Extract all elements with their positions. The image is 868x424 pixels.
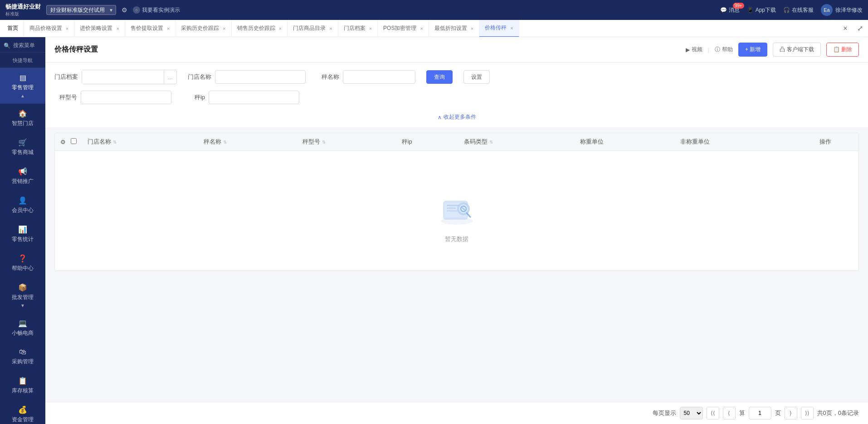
first-page-button[interactable]: ⟨⟨ [707,407,719,419]
store-name-input[interactable] [215,70,306,84]
marketing-icon: 📢 [18,167,27,176]
top-bar-right: 💬 消息 99+ 📱 App下载 🎧 在线客服 Ea 徐泽华修改 [720,4,863,16]
top-bar: 畅捷通好业财 标准版 好业财标准版交付试用 ▼ ⚙ ○ 我要看实例演示 💬 消息… [0,0,868,20]
delete-button[interactable]: 📋 删除 [826,43,859,57]
chevron-down-icon: ▼ [20,303,25,308]
prev-page-button[interactable]: ⟨ [723,407,736,419]
close-icon[interactable]: × [510,25,513,31]
tab-purchase-history[interactable]: 采购历史价跟踪 × [176,20,231,37]
per-page-select[interactable]: 50 20 100 [680,407,703,419]
sidebar-item-retail[interactable]: ▤ 零售管理 ▲ [0,68,45,104]
sort-scale-model[interactable]: 秤型号 ⇅ [302,138,390,146]
last-page-button[interactable]: ⟩⟩ [801,407,814,419]
close-icon[interactable]: × [223,26,225,31]
edition-select-wrap[interactable]: 好业财标准版交付试用 ▼ [46,5,116,15]
download-button[interactable]: 凸 客户端下载 [773,43,820,57]
next-page-icon: ⟩ [790,410,792,416]
wholesale-icon: 📦 [18,283,27,292]
close-icon[interactable]: × [329,26,332,31]
dots-icon: ... [168,74,173,81]
sort-icon: ⇅ [223,140,227,145]
expand-tabs-button[interactable]: ⤢ [853,22,866,35]
sidebar-item-ecommerce[interactable]: 💻 小畅电商 [0,313,45,342]
close-icon[interactable]: × [420,26,423,31]
close-icon[interactable]: × [66,26,68,31]
sort-barcode-type[interactable]: 条码类型 ⇅ [464,138,569,146]
message-badge: 99+ [733,3,744,9]
app-download-action[interactable]: 📱 App下载 [747,6,776,14]
tab-store-catalog[interactable]: 门店商品目录 × [288,20,338,37]
scale-ip-label: 秤ip [182,93,205,101]
sidebar-item-inventory[interactable]: 📋 库存核算 [0,371,45,400]
video-link[interactable]: ▶ 视频 [686,46,702,53]
chevron-up-icon: ▲ [20,93,25,98]
close-icon[interactable]: × [116,26,119,31]
sidebar-item-smart-store[interactable]: 🏠 智慧门店 [0,104,45,133]
online-service-action[interactable]: 🎧 在线客服 [783,6,814,14]
close-icon[interactable]: × [279,26,282,31]
help-label: 帮助 [722,46,733,53]
sidebar-item-retail-stats[interactable]: 📊 零售统计 [0,220,45,249]
app-logo: 畅捷通好业财 标准版 [5,3,41,17]
scale-ip-input[interactable] [209,91,299,104]
add-button[interactable]: + 新增 [738,43,767,57]
search-icon: 🔍 [4,43,10,49]
page-title: 价格传秤设置 [54,45,98,60]
tab-goods-price[interactable]: 商品价格设置 × [24,20,74,37]
setting-button[interactable]: 设置 [463,70,490,84]
query-button[interactable]: 查询 [426,70,453,84]
sidebar-item-member[interactable]: 👤 会员中心 [0,191,45,220]
inventory-icon: 📋 [18,376,27,385]
tab-sale-price[interactable]: 售价提取设置 × [125,20,176,37]
tab-store-profile[interactable]: 门店档案 × [338,20,378,37]
sort-store-name[interactable]: 门店名称 ⇅ [88,138,193,146]
scale-model-label: 秤型号 [54,93,77,101]
empty-text: 暂无数据 [445,235,468,243]
sidebar-item-purchase[interactable]: 🛍 采购管理 [0,342,45,371]
sidebar-item-help[interactable]: ❓ 帮助中心 [0,249,45,278]
sidebar-item-marketing[interactable]: 📢 营销推广 [0,162,45,191]
close-icon[interactable]: × [471,26,473,31]
next-page-button[interactable]: ⟩ [785,407,797,419]
select-all-checkbox[interactable] [71,138,77,144]
store-dots-button[interactable]: ... [164,70,176,84]
sort-scale-name[interactable]: 秤名称 ⇅ [204,138,292,146]
app-edition: 标准版 [5,11,41,17]
pagination: 每页显示 50 20 100 ⟨⟨ ⟨ 算 页 ⟩ ⟩⟩ 共0页，0条记录 [45,402,868,424]
scale-name-input[interactable] [343,70,415,84]
sort-icon: ⇅ [489,140,493,145]
close-icon[interactable]: × [369,26,372,31]
tab-min-discount[interactable]: 最低折扣设置 × [429,20,479,37]
sidebar-item-wholesale-label: 批发管理 [12,294,34,301]
top-gear-icon[interactable]: ⚙ [122,6,127,14]
close-all-tabs-button[interactable]: × [839,22,852,35]
collapse-button[interactable]: ∧ 收起更多条件 [435,111,479,124]
demo-link[interactable]: ○ 我要看实例演示 [133,6,180,14]
tab-price-scale[interactable]: 价格传秤 × [479,20,519,37]
sidebar-item-retail-mall[interactable]: 🛒 零售商城 [0,133,45,162]
scale-model-input[interactable] [81,91,171,104]
current-page-input[interactable] [749,407,771,419]
sidebar-item-finance[interactable]: 💰 资金管理 [0,400,45,424]
sidebar-search[interactable]: 🔍 搜索菜单 [0,37,45,53]
demo-label: 我要看实例演示 [142,6,180,14]
scale-name-field: 秤名称 [317,70,415,84]
help-link[interactable]: ⓘ 帮助 [715,46,733,53]
tab-purchase-strategy[interactable]: 进价策略设置 × [74,20,125,37]
tab-sales-history[interactable]: 销售历史价跟踪 × [232,20,288,37]
svg-rect-8 [447,205,459,206]
collapse-label: 收起更多条件 [444,113,476,121]
tab-home[interactable]: 首页 [2,20,24,37]
tab-pos-management[interactable]: POS加密管理 × [378,20,429,37]
edition-select[interactable]: 好业财标准版交付试用 [46,5,116,15]
user-name: 徐泽华修改 [835,6,863,14]
message-action[interactable]: 💬 消息 99+ [720,6,740,14]
page-header: 价格传秤设置 ▶ 视频 | ⓘ 帮助 + 新增 凸 客户端下载 📋 删除 [45,37,868,63]
main-layout: 🔍 搜索菜单 快捷导航 ▤ 零售管理 ▲ 🏠 智慧门店 🛒 零售商城 📢 营销推… [0,37,868,424]
user-menu[interactable]: Ea 徐泽华修改 [821,4,863,16]
table-settings-icon[interactable]: ⚙ [60,139,66,145]
store-profile-input[interactable] [82,70,164,84]
empty-icon [434,187,479,228]
close-icon[interactable]: × [167,26,170,31]
sidebar-item-wholesale[interactable]: 📦 批发管理 ▼ [0,278,45,313]
